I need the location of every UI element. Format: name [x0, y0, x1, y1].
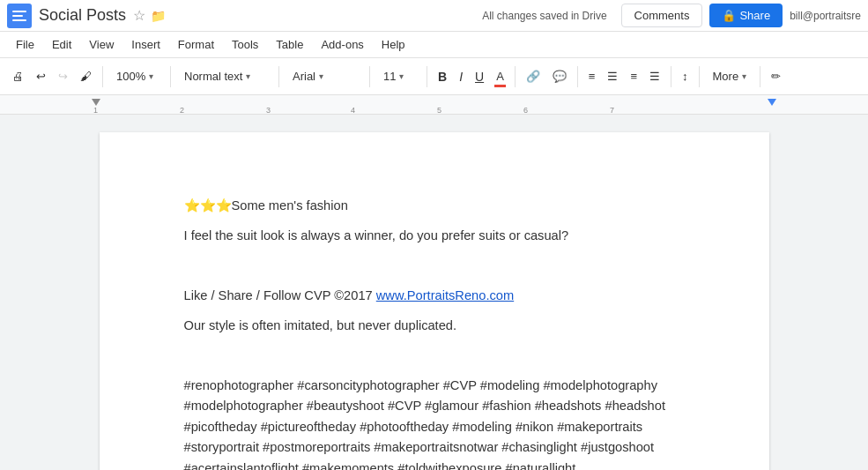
ruler-right-marker[interactable] [768, 99, 776, 106]
toolbar: 🖨 ↩ ↪ 🖌 100% ▾ Normal text ▾ Arial ▾ 11 … [0, 58, 868, 95]
save-status: All changes saved in Drive [482, 10, 606, 22]
menu-bar: File Edit View Insert Format Tools Table… [0, 32, 868, 58]
editing-mode-button[interactable]: ✏ [766, 66, 786, 86]
star-icon[interactable]: ☆ [133, 7, 145, 24]
separator-6 [515, 66, 516, 87]
menu-addons[interactable]: Add-ons [312, 34, 372, 55]
comments-button[interactable]: Comments [621, 4, 703, 27]
align-left-button[interactable]: ≡ [583, 66, 601, 86]
menu-tools[interactable]: Tools [223, 34, 267, 55]
doc-content: ⭐⭐⭐⭐⭐⭐Some men's fashionSome men's fashi… [184, 196, 685, 470]
underline-button[interactable]: U [470, 66, 489, 87]
menu-help[interactable]: Help [373, 34, 414, 55]
doc-hashtags: #renophotographer #carsoncityphotographe… [184, 376, 685, 470]
line-spacing-button[interactable]: ↕ [677, 66, 694, 86]
print-button[interactable]: 🖨 [7, 66, 29, 86]
doc-title[interactable]: Social Posts [39, 6, 126, 25]
chevron-down-icon-5: ▾ [742, 71, 746, 81]
justify-button[interactable]: ☰ [644, 66, 665, 86]
link-button[interactable]: 🔗 [521, 66, 545, 86]
doc-line-2: I feel the suit look is always a winner,… [184, 226, 685, 245]
ruler-canvas: 1 2 3 4 5 6 7 [7, 95, 861, 115]
text-color-button[interactable]: A [491, 66, 509, 86]
doc-page[interactable]: ⭐⭐⭐⭐⭐⭐Some men's fashionSome men's fashi… [100, 132, 769, 470]
separator-1 [102, 66, 103, 87]
ruler-left-marker[interactable] [92, 99, 100, 106]
emoji-stars: ⭐⭐⭐ [184, 198, 232, 213]
separator-7 [577, 66, 578, 87]
redo-button[interactable]: ↪ [53, 66, 73, 86]
title-bar: Social Posts ☆ 📁 All changes saved in Dr… [0, 0, 868, 32]
chevron-down-icon-2: ▾ [246, 71, 250, 81]
chevron-down-icon: ▾ [149, 71, 153, 81]
menu-file[interactable]: File [7, 34, 43, 55]
chevron-down-icon-3: ▾ [319, 71, 323, 81]
user-email: bill@portraitsre [790, 10, 861, 22]
font-size-dropdown[interactable]: 11 ▾ [375, 65, 421, 87]
doc-line-4: Like / Share / Follow CVP ©2017 www.Port… [184, 286, 685, 305]
doc-blank-1 [184, 256, 685, 275]
zoom-dropdown[interactable]: 100% ▾ [108, 65, 165, 87]
more-dropdown[interactable]: More ▾ [705, 65, 755, 87]
ruler: 1 2 3 4 5 6 7 [0, 95, 868, 115]
undo-button[interactable]: ↩ [31, 66, 51, 86]
separator-5 [427, 66, 427, 87]
bold-button[interactable]: B [433, 66, 452, 87]
app-icon [7, 4, 32, 28]
align-right-button[interactable]: ≡ [625, 66, 642, 86]
style-dropdown[interactable]: Normal text ▾ [176, 65, 273, 87]
menu-table[interactable]: Table [267, 34, 312, 55]
lock-icon: 🔒 [722, 9, 736, 22]
separator-4 [369, 66, 370, 87]
doc-line-1: ⭐⭐⭐⭐⭐⭐Some men's fashionSome men's fashi… [184, 196, 685, 215]
menu-view[interactable]: View [80, 34, 122, 55]
share-button[interactable]: 🔒 Share [709, 4, 783, 27]
folder-icon[interactable]: 📁 [151, 9, 166, 23]
align-center-button[interactable]: ☰ [602, 66, 623, 86]
separator-8 [671, 66, 671, 87]
ruler-line [92, 114, 776, 115]
italic-button[interactable]: I [454, 66, 468, 87]
chevron-down-icon-4: ▾ [399, 71, 404, 81]
font-dropdown[interactable]: Arial ▾ [285, 65, 364, 87]
separator-9 [699, 66, 700, 87]
separator-3 [278, 66, 279, 87]
portrait-link[interactable]: www.PortraitsReno.com [376, 288, 514, 302]
menu-format[interactable]: Format [169, 34, 223, 55]
doc-area: ⭐⭐⭐⭐⭐⭐Some men's fashionSome men's fashi… [0, 115, 868, 470]
comment-inline-button[interactable]: 💬 [547, 66, 572, 86]
separator-2 [170, 66, 171, 87]
menu-edit[interactable]: Edit [43, 34, 80, 55]
doc-blank-2 [184, 346, 685, 365]
doc-line-5: Our style is often imitated, but never d… [184, 316, 685, 335]
paint-format-button[interactable]: 🖌 [75, 66, 97, 86]
menu-insert[interactable]: Insert [122, 34, 169, 55]
separator-10 [760, 66, 760, 87]
